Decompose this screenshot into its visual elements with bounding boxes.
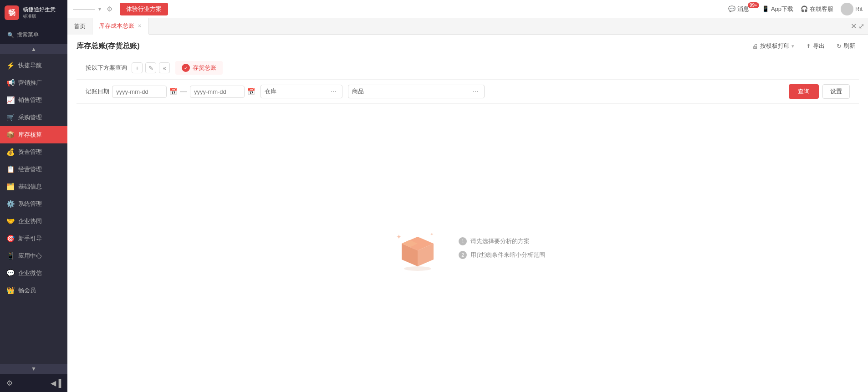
settings-icon[interactable]: ⚙ xyxy=(6,379,13,387)
headset-icon: 🎧 xyxy=(801,5,808,12)
sidebar-item-guide[interactable]: 🎯 新手引导 xyxy=(0,230,67,247)
scheme-label: 存货总账 xyxy=(193,64,216,72)
sidebar-item-vip[interactable]: 👑 畅会员 xyxy=(0,282,67,299)
message-icon: 💬 xyxy=(728,5,735,12)
operation-icon: 📋 xyxy=(6,165,15,173)
filter-scheme-label: 按以下方案查询 xyxy=(86,64,127,72)
guide-icon: 🎯 xyxy=(6,234,15,243)
date-separator: — xyxy=(180,87,187,96)
box-svg: ✦ ✦ xyxy=(393,223,443,273)
sidebar-item-operation[interactable]: 📋 经营管理 xyxy=(0,161,67,178)
settings-btn[interactable]: 设置 xyxy=(822,84,850,99)
page-title: 库存总账(存货总账) xyxy=(77,41,140,51)
export-btn[interactable]: ⬆ 导出 xyxy=(802,40,828,52)
svg-text:✦: ✦ xyxy=(396,233,402,240)
action-buttons: 查询 设置 xyxy=(789,84,850,99)
refresh-btn[interactable]: ↻ 刷新 xyxy=(833,40,859,52)
sidebar-item-inventory[interactable]: 📦 库存核算 xyxy=(0,126,67,143)
print-icon: 🖨 xyxy=(752,43,758,50)
app-logo: 畅 畅捷通好生意 标准版 xyxy=(0,0,67,25)
sidebar: 畅 畅捷通好生意 标准版 🔍 搜索菜单 ▲ ⚡ 快捷导航 📢 营销推广 📈 销售… xyxy=(0,0,67,392)
empty-hint-1: 1 请先选择要分析的方案 xyxy=(459,237,545,245)
collapse-icon[interactable]: ◀▐ xyxy=(51,379,61,387)
date-end-input[interactable] xyxy=(190,86,245,98)
basic-icon: 🗂️ xyxy=(6,183,15,191)
online-service-btn[interactable]: 🎧 在线客服 xyxy=(801,5,833,13)
date-start-calendar-icon[interactable]: 📅 xyxy=(169,88,177,95)
collapse-filter-btn[interactable]: « xyxy=(159,62,170,73)
page-header-top: 库存总账(存货总账) 🖨 按模板打印 ▾ ⬆ 导出 ↻ 刷新 xyxy=(77,40,859,52)
warehouse-label: 仓库 xyxy=(265,87,276,96)
print-btn[interactable]: 🖨 按模板打印 ▾ xyxy=(749,40,798,52)
sidebar-item-marketing[interactable]: 📢 营销推广 xyxy=(0,74,67,92)
scroll-up-btn[interactable]: ▲ xyxy=(0,44,67,54)
vip-icon: 👑 xyxy=(6,286,15,295)
sidebar-item-app-center[interactable]: 📱 应用中心 xyxy=(0,247,67,265)
warehouse-more-icon[interactable]: ··· xyxy=(329,87,338,96)
cooperation-icon: 🤝 xyxy=(6,217,15,225)
phone-icon: 📱 xyxy=(762,5,769,12)
topbar: ———— ▾ ⚙ 体验行业方案 💬 消息 99+ 📱 App下载 🎧 在线客服 … xyxy=(67,0,868,18)
warehouse-select[interactable]: 仓库 ··· xyxy=(260,85,342,98)
sales-icon: 📈 xyxy=(6,96,15,104)
sidebar-search[interactable]: 🔍 搜索菜单 xyxy=(0,25,67,44)
edit-scheme-btn[interactable]: ✎ xyxy=(145,62,156,73)
sidebar-item-wechat[interactable]: 💬 企业微信 xyxy=(0,265,67,282)
empty-state: ✦ ✦ 1 请先选择要分析的方案 2 用[过滤]条件来缩小分析范围 xyxy=(67,104,868,392)
search-menu-btn[interactable]: 🔍 搜索菜单 xyxy=(5,29,63,41)
page-actions: 🖨 按模板打印 ▾ ⬆ 导出 ↻ 刷新 xyxy=(749,40,859,52)
empty-illustration: ✦ ✦ xyxy=(390,221,445,275)
empty-text: 1 请先选择要分析的方案 2 用[过滤]条件来缩小分析范围 xyxy=(459,237,545,259)
scheme-item-inventory[interactable]: ✓ 存货总账 xyxy=(175,61,223,75)
sidebar-item-quick-nav[interactable]: ⚡ 快捷导航 xyxy=(0,57,67,74)
refresh-icon: ↻ xyxy=(837,43,842,50)
goods-label: 商品 xyxy=(352,87,364,96)
goods-select[interactable]: 商品 ··· xyxy=(348,85,485,98)
quick-nav-icon: ⚡ xyxy=(6,61,15,70)
breadcrumb-text: ———— xyxy=(73,6,95,12)
sidebar-item-sales[interactable]: 📈 销售管理 xyxy=(0,92,67,109)
username-label: Rit xyxy=(855,5,863,12)
user-avatar-area[interactable]: Rit xyxy=(841,3,863,15)
date-start-input[interactable] xyxy=(112,86,167,98)
topbar-chevron-icon[interactable]: ▾ xyxy=(98,6,101,12)
tab-panel-close-area: ✕ ⤢ xyxy=(851,22,868,31)
topbar-gear-icon[interactable]: ⚙ xyxy=(105,3,114,15)
warehouse-filter-group: 仓库 ··· xyxy=(260,85,342,98)
svg-point-7 xyxy=(404,266,431,271)
logo-text: 畅捷通好生意 标准版 xyxy=(23,6,56,20)
sidebar-item-finance[interactable]: 💰 资金管理 xyxy=(0,143,67,161)
tabs-bar: 首页 库存成本总账 × ✕ ⤢ xyxy=(67,18,868,35)
page-header: 库存总账(存货总账) 🖨 按模板打印 ▾ ⬆ 导出 ↻ 刷新 xyxy=(67,35,868,104)
app-center-icon: 📱 xyxy=(6,252,15,260)
tab-home[interactable]: 首页 xyxy=(67,18,92,35)
date-label: 记账日期 xyxy=(86,87,109,96)
sidebar-item-basic[interactable]: 🗂️ 基础信息 xyxy=(0,178,67,195)
app-download-btn[interactable]: 📱 App下载 xyxy=(762,5,793,13)
query-btn[interactable]: 查询 xyxy=(789,84,819,99)
wechat-icon: 💬 xyxy=(6,269,15,277)
industry-solution-btn[interactable]: 体验行业方案 xyxy=(120,3,168,15)
sidebar-item-purchase[interactable]: 🛒 采购管理 xyxy=(0,109,67,126)
content-area: 库存总账(存货总账) 🖨 按模板打印 ▾ ⬆ 导出 ↻ 刷新 xyxy=(67,35,868,392)
svg-text:✦: ✦ xyxy=(430,232,434,237)
hint-num-1: 1 xyxy=(459,237,467,245)
hint-num-2: 2 xyxy=(459,251,467,259)
sidebar-item-system[interactable]: ⚙️ 系统管理 xyxy=(0,195,67,213)
panel-close-icon[interactable]: ✕ xyxy=(851,22,857,31)
search-icon: 🔍 xyxy=(7,32,14,38)
export-icon: ⬆ xyxy=(806,43,811,50)
message-btn[interactable]: 💬 消息 99+ xyxy=(728,5,755,13)
scroll-down-btn[interactable]: ▼ xyxy=(0,364,67,374)
tab-inventory-ledger[interactable]: 库存成本总账 × xyxy=(92,18,149,35)
date-end-calendar-icon[interactable]: 📅 xyxy=(247,88,255,95)
goods-more-icon[interactable]: ··· xyxy=(471,87,480,96)
inventory-icon: 📦 xyxy=(6,131,15,139)
avatar xyxy=(841,3,853,15)
add-scheme-btn[interactable]: + xyxy=(132,62,143,73)
scheme-icon: ✓ xyxy=(182,64,190,72)
sidebar-item-cooperation[interactable]: 🤝 企业协同 xyxy=(0,213,67,230)
system-icon: ⚙️ xyxy=(6,200,15,208)
tab-close-btn[interactable]: × xyxy=(137,23,142,29)
panel-resize-icon[interactable]: ⤢ xyxy=(858,22,864,31)
